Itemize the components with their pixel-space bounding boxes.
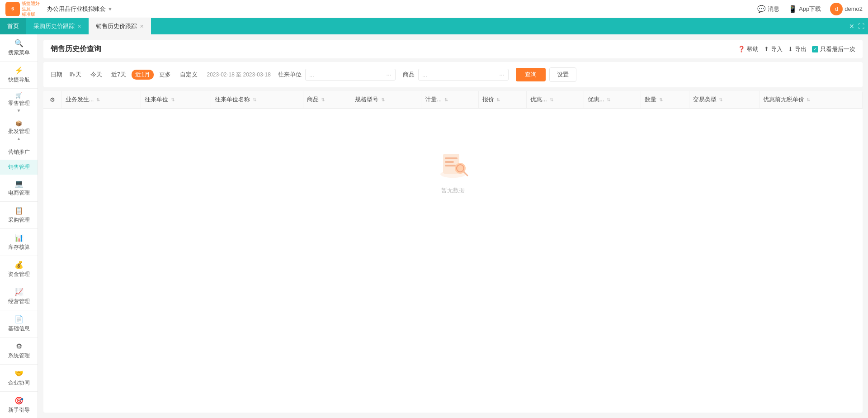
page-actions: ❓ 帮助 ⬆ 导入 ⬇ 导出 ✓ 只看最后一次 xyxy=(738,45,855,53)
close-tab-btn[interactable]: ✕ xyxy=(849,23,854,30)
sort-quantity-icon: ⇅ xyxy=(659,97,663,102)
table-col-trade-type[interactable]: 交易类型 ⇅ xyxy=(689,91,759,109)
sidebar-sub-sales[interactable]: 销售管理 xyxy=(0,160,38,175)
only-last-checkbox-wrapper[interactable]: ✓ 只看最后一次 xyxy=(812,45,855,53)
table-col-discount1[interactable]: 优惠... ⇅ xyxy=(527,91,584,109)
retail-icon: 🛒 xyxy=(15,92,22,99)
retail-expand-icon: ▼ xyxy=(17,108,21,113)
tab-home-label: 首页 xyxy=(7,22,19,30)
sidebar-item-purchase[interactable]: 📋 采购管理 xyxy=(0,202,38,229)
content-area: 销售历史价查询 ❓ 帮助 ⬆ 导入 ⬇ 导出 ✓ xyxy=(38,34,868,418)
sort-spec-icon: ⇅ xyxy=(381,97,385,102)
goods-input-text: ... xyxy=(422,71,497,78)
logo-icon: 6 xyxy=(5,2,20,16)
sidebar-item-retail[interactable]: 🛒 零售管理 ▼ xyxy=(0,89,38,117)
sidebar-item-inventory[interactable]: 📊 库存核算 xyxy=(0,229,38,256)
logo-text: 畅捷通好生意 标准版 xyxy=(22,1,43,17)
sidebar-item-enterprise-coop[interactable]: 🤝 企业协同 xyxy=(0,365,38,392)
table-col-price[interactable]: 报价 ⇅ xyxy=(478,91,526,109)
empty-state-icon xyxy=(435,145,471,181)
col-partner-code-label: 往来单位 xyxy=(145,96,168,103)
partner-input[interactable]: ... ··· xyxy=(305,69,396,81)
help-btn[interactable]: ❓ 帮助 xyxy=(738,45,759,53)
help-icon: ❓ xyxy=(738,46,745,52)
header-right: 💬 消息 📱 App下载 d demo2 xyxy=(757,3,863,15)
sidebar-item-basic-info[interactable]: 📄 基础信息 xyxy=(0,310,38,337)
sidebar-item-new-guide[interactable]: 🎯 新手引导 xyxy=(0,392,38,418)
filter-separator: 日期 昨天 今天 近7天 近1月 更多 自定义 2023-02-18 至 202… xyxy=(51,67,576,82)
date-opt-1month[interactable]: 近1月 xyxy=(132,70,154,80)
wholesale-expand-icon: ▲ xyxy=(17,136,21,141)
table-col-unit[interactable]: 计量... ⇅ xyxy=(421,91,479,109)
date-opt-today[interactable]: 今天 xyxy=(87,70,106,80)
sidebar-item-wholesale[interactable]: 📦 批发管理 ▲ xyxy=(0,117,38,145)
sort-discount2-icon: ⇅ xyxy=(607,97,610,102)
empty-state: 暂无数据 xyxy=(43,109,863,231)
sidebar-sub-marketing[interactable]: 营销推广 xyxy=(0,145,38,160)
tab-purchase-history[interactable]: 采购历史价跟踪 ✕ xyxy=(26,18,89,34)
table-col-settings[interactable]: ⚙ xyxy=(43,91,61,109)
user-menu[interactable]: d demo2 xyxy=(830,3,863,15)
goods-input-icon: ··· xyxy=(499,71,505,78)
sort-biz-date-icon: ⇅ xyxy=(96,97,100,102)
col-trade-type-label: 交易类型 xyxy=(693,96,717,103)
sort-price-icon: ⇅ xyxy=(496,97,500,102)
message-btn[interactable]: 💬 消息 xyxy=(757,5,779,13)
date-opt-yesterday[interactable]: 昨天 xyxy=(66,70,85,80)
sidebar-item-operations[interactable]: 📈 经营管理 xyxy=(0,283,38,310)
date-opt-more[interactable]: 更多 xyxy=(156,70,175,80)
settings-btn[interactable]: 设置 xyxy=(549,67,576,82)
tab-home[interactable]: 首页 xyxy=(0,18,26,34)
enterprise-coop-icon: 🤝 xyxy=(14,369,24,378)
col-spec-label: 规格型号 xyxy=(355,96,378,103)
sort-partner-code-icon: ⇅ xyxy=(171,97,175,102)
maximize-btn[interactable]: ⛶ xyxy=(858,23,864,30)
date-range-text: 2023-02-18 至 2023-03-18 xyxy=(207,71,270,79)
sidebar-item-ecommerce[interactable]: 💻 电商管理 xyxy=(0,175,38,202)
import-btn[interactable]: ⬆ 导入 xyxy=(764,45,783,53)
date-opt-custom[interactable]: 自定义 xyxy=(176,70,201,80)
data-table: ⚙ 业务发生... ⇅ 往来单位 ⇅ 往来单位名称 xyxy=(43,91,863,109)
date-opt-7days[interactable]: 近7天 xyxy=(108,70,130,80)
table-col-spec[interactable]: 规格型号 ⇅ xyxy=(351,91,421,109)
query-btn[interactable]: 查询 xyxy=(516,68,546,81)
purchase-icon: 📋 xyxy=(14,206,24,215)
empty-text: 暂无数据 xyxy=(441,186,465,195)
table-header-row: ⚙ 业务发生... ⇅ 往来单位 ⇅ 往来单位名称 xyxy=(43,91,863,109)
tab-sales-label: 销售历史价跟踪 xyxy=(96,22,137,30)
col-biz-date-label: 业务发生... xyxy=(66,96,94,103)
partner-label: 往来单位 xyxy=(278,71,302,79)
sort-discount1-icon: ⇅ xyxy=(550,97,553,102)
system-icon: ⚙ xyxy=(16,342,22,351)
partner-input-text: ... xyxy=(309,71,384,78)
goods-input[interactable]: ... ··· xyxy=(418,69,509,81)
table-col-pre-tax-price[interactable]: 优惠前无税单价 ⇅ xyxy=(759,91,862,109)
table-col-biz-date[interactable]: 业务发生... ⇅ xyxy=(61,91,141,109)
table-settings-gear-icon[interactable]: ⚙ xyxy=(50,96,55,103)
tab-sales-close-icon[interactable]: ✕ xyxy=(140,24,144,29)
export-btn[interactable]: ⬇ 导出 xyxy=(788,45,807,53)
tab-sales-history[interactable]: 销售历史价跟踪 ✕ xyxy=(89,18,151,34)
tab-purchase-close-icon[interactable]: ✕ xyxy=(77,24,81,29)
quick-nav-icon: ⚡ xyxy=(14,66,24,75)
col-goods-label: 商品 xyxy=(307,96,319,103)
col-pre-tax-price-label: 优惠前无税单价 xyxy=(763,96,804,103)
svg-rect-4 xyxy=(445,165,456,166)
table-col-quantity[interactable]: 数量 ⇅ xyxy=(641,91,689,109)
app-download-btn[interactable]: 📱 App下载 xyxy=(788,5,821,13)
page-header: 销售历史价查询 ❓ 帮助 ⬆ 导入 ⬇ 导出 ✓ xyxy=(43,40,863,58)
page-title: 销售历史价查询 xyxy=(51,44,101,54)
goods-label: 商品 xyxy=(403,71,415,79)
only-last-checkbox[interactable]: ✓ xyxy=(812,46,818,52)
table-col-partner-code[interactable]: 往来单位 ⇅ xyxy=(141,91,211,109)
sidebar-item-system[interactable]: ⚙ 系统管理 xyxy=(0,337,38,365)
date-label: 日期 xyxy=(51,71,62,79)
table-col-discount2[interactable]: 优惠... ⇅ xyxy=(584,91,641,109)
table-col-partner-name[interactable]: 往来单位名称 ⇅ xyxy=(211,91,303,109)
col-unit-label: 计量... xyxy=(425,96,442,103)
sidebar-item-finance[interactable]: 💰 资金管理 xyxy=(0,256,38,283)
sidebar-item-search[interactable]: 🔍 搜索菜单 xyxy=(0,34,38,62)
sidebar-item-quick-nav[interactable]: ⚡ 快捷导航 xyxy=(0,62,38,89)
company-selector[interactable]: 办公用品行业模拟账套 ▼ xyxy=(47,5,113,13)
table-col-goods[interactable]: 商品 ⇅ xyxy=(303,91,351,109)
